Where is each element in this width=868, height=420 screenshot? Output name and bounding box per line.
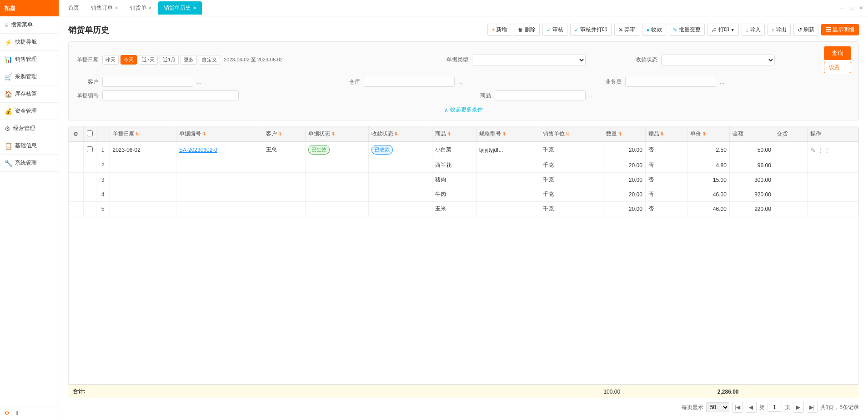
date-btn-yesterday[interactable]: 昨天 bbox=[102, 55, 119, 65]
td-doc-no[interactable] bbox=[176, 158, 263, 173]
refresh-button[interactable]: ↺ 刷新 bbox=[793, 24, 818, 36]
th-checkbox[interactable] bbox=[83, 126, 96, 142]
app-logo: 拓嘉 bbox=[0, 0, 59, 16]
date-btn-7days[interactable]: 近7天 bbox=[139, 55, 158, 65]
review-button[interactable]: ✓ 审核 bbox=[542, 24, 567, 36]
goods-dots[interactable]: ... bbox=[589, 92, 594, 99]
new-button[interactable]: + 新增 bbox=[487, 24, 511, 36]
th-doc-status[interactable]: 单据状态⇅ bbox=[305, 126, 369, 142]
td-gear bbox=[69, 187, 83, 202]
sidebar-item-sys-mgmt[interactable]: 🔧 系统管理 bbox=[0, 155, 59, 172]
abandon-button[interactable]: ✕ 弃审 bbox=[614, 24, 639, 36]
settings-button[interactable]: 设置 bbox=[824, 62, 851, 73]
th-date[interactable]: 单据日期⇅ bbox=[110, 126, 176, 142]
collect-status-select[interactable] bbox=[661, 55, 775, 65]
query-button[interactable]: 查询 bbox=[824, 46, 851, 60]
td-collect-status bbox=[369, 173, 432, 187]
tab-sales-history[interactable]: 销货单历史 ✕ bbox=[158, 1, 202, 15]
tab-close-sales-history[interactable]: ✕ bbox=[193, 5, 196, 10]
doc-type-select[interactable] bbox=[472, 55, 586, 65]
th-doc-no[interactable]: 单据编号⇅ bbox=[176, 126, 263, 142]
th-gift[interactable]: 赠品⇅ bbox=[645, 126, 687, 142]
tab-sales-order[interactable]: 销售订单 ✕ bbox=[85, 1, 124, 15]
more-action-btn[interactable]: ⋮⋮ bbox=[818, 146, 830, 154]
date-btn-more[interactable]: 更多 bbox=[181, 55, 197, 65]
warehouse-dots[interactable]: ... bbox=[458, 79, 463, 85]
page-first-button[interactable]: |◀ bbox=[732, 402, 743, 413]
td-doc-no[interactable] bbox=[176, 187, 263, 202]
th-collect-status[interactable]: 收款状态⇅ bbox=[369, 126, 432, 142]
td-quantity: 20.00 bbox=[603, 158, 646, 173]
window-minimize-btn[interactable]: — bbox=[839, 5, 846, 12]
tab-sales-goods[interactable]: 销货单 ✕ bbox=[125, 1, 157, 15]
collapse-button[interactable]: ∧ 收起更多条件 bbox=[442, 104, 485, 115]
sidebar-bottom-icon2[interactable]: ⏸ bbox=[14, 410, 20, 416]
td-goods: 牛肉 bbox=[432, 187, 476, 202]
show-detail-button[interactable]: ☰ 显示明细 bbox=[821, 24, 859, 35]
sidebar-item-sales-mgmt[interactable]: 📊 销售管理 bbox=[0, 51, 59, 68]
date-btn-custom[interactable]: 自定义 bbox=[199, 55, 220, 65]
td-unit-price: 46.00 bbox=[687, 187, 730, 202]
tab-close-sales-order[interactable]: ✕ bbox=[115, 5, 118, 10]
th-unit[interactable]: 销售单位⇅ bbox=[540, 126, 603, 142]
review-print-button[interactable]: ✓ 审核并打印 bbox=[570, 24, 612, 36]
edit-action-btn[interactable]: ✎ bbox=[810, 146, 816, 154]
inventory-icon: 🏠 bbox=[5, 90, 12, 98]
select-all-checkbox[interactable] bbox=[87, 130, 93, 136]
customer-dots[interactable]: ... bbox=[197, 79, 201, 85]
sort-unit-icon: ⇅ bbox=[566, 131, 569, 136]
td-doc-no[interactable] bbox=[176, 173, 263, 187]
window-close-btn[interactable]: ✕ bbox=[857, 5, 864, 12]
th-gear[interactable]: ⚙ bbox=[69, 126, 83, 142]
td-doc-no[interactable]: SA-20230602-0 bbox=[176, 142, 263, 158]
page-input[interactable] bbox=[768, 403, 782, 412]
td-doc-no[interactable] bbox=[176, 202, 263, 216]
sidebar-item-inventory-calc[interactable]: 🏠 库存核算 bbox=[0, 85, 59, 103]
td-actions: ✎⋮⋮ bbox=[807, 142, 858, 158]
staff-input[interactable] bbox=[625, 77, 716, 87]
import-button[interactable]: ↓ 导入 bbox=[742, 24, 765, 36]
td-checkbox[interactable] bbox=[83, 142, 96, 158]
sidebar-item-ops-mgmt[interactable]: ⚙ 经营管理 bbox=[0, 120, 59, 137]
collect-button[interactable]: ● 收款 bbox=[642, 24, 666, 36]
goods-input[interactable] bbox=[495, 90, 586, 100]
sidebar-item-purchase-mgmt[interactable]: 🛒 采购管理 bbox=[0, 68, 59, 85]
abandon-icon: ✕ bbox=[618, 27, 623, 33]
td-checkbox[interactable] bbox=[83, 187, 96, 202]
staff-dots[interactable]: ... bbox=[720, 79, 724, 85]
delete-button[interactable]: 🗑 删除 bbox=[514, 24, 540, 36]
customer-input[interactable] bbox=[102, 77, 193, 87]
th-customer[interactable]: 客户⇅ bbox=[263, 126, 306, 142]
tab-home[interactable]: 首页 bbox=[63, 1, 85, 15]
window-maximize-btn[interactable]: □ bbox=[848, 5, 855, 12]
row-checkbox[interactable] bbox=[87, 146, 93, 152]
refresh-icon: ↺ bbox=[798, 27, 802, 33]
page-next-button[interactable]: ▶ bbox=[793, 402, 804, 413]
page-prev-button[interactable]: ◀ bbox=[746, 402, 757, 413]
sidebar-bottom-icon1[interactable]: ⚙ bbox=[5, 410, 10, 416]
td-checkbox[interactable] bbox=[83, 158, 96, 173]
collapse-up-icon: ∧ bbox=[444, 107, 448, 113]
sidebar-item-quick-nav[interactable]: ⚡ 快捷导航 bbox=[0, 34, 59, 51]
page-size-select[interactable]: 20 50 100 bbox=[706, 402, 729, 412]
doc-no-input[interactable] bbox=[102, 90, 239, 100]
th-spec[interactable]: 规格型号⇅ bbox=[476, 126, 540, 142]
sidebar-item-search-menu[interactable]: ≡ 搜索菜单 bbox=[0, 16, 59, 34]
print-button[interactable]: 🖨 打印 ▼ bbox=[707, 24, 739, 36]
page-last-button[interactable]: ▶| bbox=[807, 402, 818, 413]
sidebar-item-finance-mgmt[interactable]: 💰 资金管理 bbox=[0, 103, 59, 120]
batch-change-button[interactable]: ✎ 批量变更 bbox=[669, 24, 705, 36]
date-btn-today[interactable]: 今天 bbox=[120, 55, 137, 65]
th-goods[interactable]: 商品⇅ bbox=[432, 126, 476, 142]
sort-docno-icon: ⇅ bbox=[202, 131, 206, 136]
filter-row-3: 单据编号 商品 ... bbox=[76, 90, 851, 100]
date-btn-1month[interactable]: 近1月 bbox=[160, 55, 179, 65]
warehouse-input[interactable] bbox=[364, 77, 455, 87]
td-checkbox[interactable] bbox=[83, 202, 96, 216]
tab-close-sales-goods[interactable]: ✕ bbox=[148, 5, 152, 10]
th-quantity[interactable]: 数量⇅ bbox=[603, 126, 646, 142]
th-unit-price[interactable]: 单价⇅ bbox=[687, 126, 730, 142]
export-button[interactable]: ↑ 导出 bbox=[768, 24, 791, 36]
sidebar-item-basic-info[interactable]: 📋 基础信息 bbox=[0, 137, 59, 155]
td-checkbox[interactable] bbox=[83, 173, 96, 187]
